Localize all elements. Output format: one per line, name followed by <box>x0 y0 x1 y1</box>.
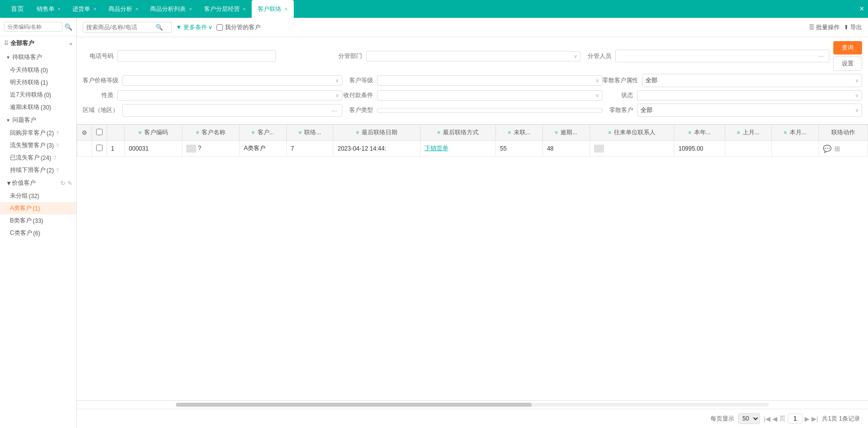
sidebar-search-icon[interactable]: 🔍 <box>64 23 72 31</box>
sort-icon-code: ≡ <box>139 130 142 135</box>
close-tab-customer-tier-icon[interactable]: × <box>243 6 246 12</box>
th-this-month[interactable]: ≡ 本月... <box>772 125 819 141</box>
pay-select[interactable]: ∨ <box>377 90 602 101</box>
nav-tab-analysis[interactable]: 商品分析 × <box>103 0 144 18</box>
cust-type-select[interactable] <box>377 108 602 113</box>
retail-attr-select[interactable]: 全部 ∨ <box>642 74 862 87</box>
comment-icon[interactable]: 💬 <box>823 145 831 153</box>
prev-page-icon[interactable]: ◀ <box>772 415 777 423</box>
retail-cust-select[interactable]: 全部 ∨ <box>637 104 862 117</box>
sidebar-tomorrow-pending[interactable]: 明天待联络 (1) <box>0 76 76 89</box>
window-close-button[interactable]: × <box>860 4 864 13</box>
close-tab-purchase-icon[interactable]: × <box>93 6 96 12</box>
th-gear[interactable]: ⚙ <box>77 125 92 141</box>
td-actions: 💬 ⊞ <box>818 141 868 157</box>
th-overdue[interactable]: ≡ 逾期... <box>542 125 590 141</box>
my-customers-checkbox-area[interactable]: 我分管的客户 <box>217 23 261 32</box>
staff-select[interactable]: ··· <box>615 50 829 62</box>
help-icon-1[interactable]: ? <box>56 130 59 136</box>
help-icon-4[interactable]: ? <box>56 167 59 173</box>
th-this-year[interactable]: ≡ 本年... <box>674 125 725 141</box>
per-page-select[interactable]: 50 <box>738 413 760 424</box>
nav-tab-customer-tier[interactable]: 客户分层经营 × <box>198 0 252 18</box>
sidebar-search-input[interactable] <box>4 22 62 32</box>
sort-icon-last-month: ≡ <box>737 130 740 135</box>
refresh-icon[interactable]: ↻ <box>60 180 65 187</box>
page-input[interactable] <box>788 414 803 424</box>
arrow-icon8: ∨ <box>855 107 859 113</box>
help-icon-3[interactable]: ? <box>53 155 56 161</box>
th-contact[interactable]: ≡ 联络... <box>286 125 333 141</box>
th-type[interactable]: ≡ 客户... <box>240 125 287 141</box>
more-filters-btn[interactable]: ▼ 更多条件 ∨ <box>176 23 213 32</box>
sidebar-declining[interactable]: 持续下滑客户 (2) ? <box>0 164 76 176</box>
collapse-icon[interactable]: « <box>69 41 72 47</box>
td-checkbox[interactable] <box>92 141 107 157</box>
query-button[interactable]: 查询 <box>833 41 862 54</box>
sidebar-today-pending[interactable]: 今天待联络 (0) <box>0 64 76 76</box>
sidebar-a-class[interactable]: A类客户 (1) <box>0 202 76 214</box>
td-last-method[interactable]: 下销货单 <box>420 141 496 157</box>
sidebar-churned[interactable]: 已流失客户 (24) ? <box>0 152 76 164</box>
scroll-thumb[interactable] <box>176 403 532 407</box>
sidebar-all-customers[interactable]: ⠿ 全部客户 « <box>0 36 76 51</box>
last-method-link[interactable]: 下销货单 <box>425 145 448 152</box>
phone-input[interactable] <box>117 50 276 62</box>
th-unit-contact[interactable]: ≡ 往来单位联系人 <box>590 125 674 141</box>
grade-select[interactable]: ∨ <box>377 75 602 86</box>
sidebar-7day-pending[interactable]: 近7天待联络 (0) <box>0 89 76 101</box>
sort-icon-this-month: ≡ <box>784 130 787 135</box>
nav-tab-sales[interactable]: 销售单 × <box>31 0 66 18</box>
nature-select[interactable]: ∨ <box>117 90 342 101</box>
nav-tab-customer-contact[interactable]: 客户联络 × <box>252 0 293 18</box>
first-page-icon[interactable]: |◀ <box>764 415 770 423</box>
status-select[interactable]: ∨ <box>637 90 862 101</box>
qr-icon[interactable]: ⊞ <box>834 145 840 153</box>
th-no-contact[interactable]: ≡ 未联... <box>496 125 543 141</box>
th-last-method[interactable]: ≡ 最后联络方式 <box>420 125 496 141</box>
nav-tab-purchase[interactable]: 进货单 × <box>66 0 102 18</box>
price-grade-select[interactable]: ∨ <box>122 75 342 86</box>
next-page-icon[interactable]: ▶ <box>805 415 810 423</box>
batch-operation-btn[interactable]: ☰ 批量操作 <box>809 23 840 32</box>
th-last-date[interactable]: ≡ 最后联络日期 <box>333 125 420 141</box>
close-tab-analysis-list-icon[interactable]: × <box>189 6 192 12</box>
app-container: 首页 销售单 × 进货单 × 商品分析 × 商品分析列表 × 客户分层经营 × … <box>0 0 868 428</box>
th-name[interactable]: ≡ 客户名称 <box>182 125 240 141</box>
region-select[interactable]: ··· <box>122 104 342 117</box>
th-checkbox[interactable] <box>92 125 107 141</box>
help-icon-2[interactable]: ? <box>56 143 59 149</box>
region-dots-icon[interactable]: ··· <box>329 107 339 114</box>
close-tab-analysis-icon[interactable]: × <box>135 6 138 12</box>
last-page-icon[interactable]: ▶| <box>812 415 818 423</box>
select-all-checkbox[interactable] <box>96 129 103 135</box>
th-code[interactable]: ≡ 客户编码 <box>125 125 182 141</box>
nav-tab-analysis-list[interactable]: 商品分析列表 × <box>144 0 198 18</box>
gear-icon[interactable]: ⚙ <box>82 129 87 136</box>
sidebar-problem-group[interactable]: ▼ 问题客户 <box>0 113 76 127</box>
th-last-month[interactable]: ≡ 上月... <box>725 125 772 141</box>
settings-button[interactable]: 设置 <box>833 56 862 71</box>
sidebar-pending-group[interactable]: ▼ 待联络客户 <box>0 51 76 64</box>
td-last-month <box>725 141 772 157</box>
staff-dots-icon[interactable]: ··· <box>816 52 826 60</box>
sidebar-b-class[interactable]: B类客户 (33) <box>0 214 76 227</box>
sidebar-value-group[interactable]: ▼ 价值客户 ↻ ✎ <box>0 176 76 190</box>
dept-select[interactable]: ∨ <box>366 51 580 61</box>
sidebar-repurchase-abnormal[interactable]: 回购异常客户 (2) ? <box>0 127 76 139</box>
search-icon[interactable]: 🔍 <box>156 24 163 31</box>
row-checkbox[interactable] <box>96 145 103 151</box>
close-tab-sales-icon[interactable]: × <box>57 6 60 12</box>
edit-icon[interactable]: ✎ <box>67 180 72 187</box>
export-btn[interactable]: ⬆ 导出 <box>844 23 862 32</box>
sidebar-c-class[interactable]: C类客户 (6) <box>0 227 76 239</box>
search-input[interactable] <box>86 24 156 31</box>
scroll-track[interactable] <box>176 403 769 407</box>
sidebar-churn-warning[interactable]: 流失预警客户 (3) ? <box>0 139 76 152</box>
sidebar-unclassified[interactable]: 未分组 (32) <box>0 190 76 202</box>
unit-contact-color-block <box>594 145 604 153</box>
sidebar-overdue-contact[interactable]: 逾期未联络 (30) <box>0 101 76 113</box>
nav-home[interactable]: 首页 <box>4 0 31 18</box>
close-tab-customer-contact-icon[interactable]: × <box>284 6 287 12</box>
my-customers-checkbox[interactable] <box>217 24 223 31</box>
